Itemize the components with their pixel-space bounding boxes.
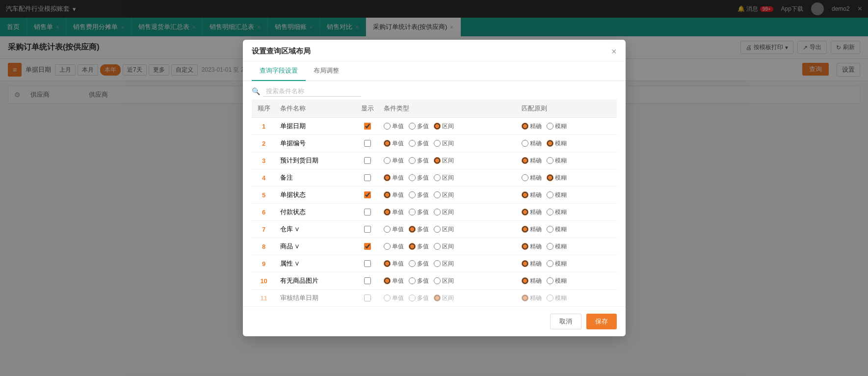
row-display <box>355 272 380 290</box>
cond-type-option[interactable]: 多值 <box>409 122 429 131</box>
cond-type-option[interactable]: 单值 <box>384 225 404 234</box>
cond-type-option[interactable]: 区间 <box>434 157 454 165</box>
cond-type-option[interactable]: 区间 <box>434 122 454 131</box>
cond-type-option[interactable]: 多值 <box>409 174 429 182</box>
match-rule-option[interactable]: 模糊 <box>547 294 567 302</box>
dialog: 设置查询区域布局 × 查询字段设置 布局调整 🔍 顺序 条件名称 <box>243 40 626 336</box>
cond-type-option[interactable]: 多值 <box>409 191 429 199</box>
row-display <box>355 221 380 238</box>
dialog-tab-query[interactable]: 查询字段设置 <box>252 61 306 81</box>
search-icon: 🔍 <box>252 87 260 95</box>
dialog-tab-query-label: 查询字段设置 <box>260 67 298 74</box>
cond-type-option[interactable]: 区间 <box>434 242 454 251</box>
match-rule-option[interactable]: 模糊 <box>547 157 567 165</box>
dialog-header: 设置查询区域布局 × <box>243 40 626 61</box>
row-cond-type: 单值多值区间 <box>380 169 518 187</box>
match-rule-option[interactable]: 精确 <box>522 294 542 302</box>
row-display <box>355 152 380 169</box>
dialog-close-button[interactable]: × <box>611 47 617 56</box>
save-button[interactable]: 保存 <box>586 314 617 329</box>
th-match-rule: 匹配原则 <box>518 100 616 118</box>
cond-type-option[interactable]: 区间 <box>434 277 454 285</box>
row-match-rule: 精确模糊 <box>518 204 616 221</box>
match-rule-option[interactable]: 精确 <box>522 157 542 165</box>
row-order: 6 <box>252 204 276 221</box>
row-cond-type: 单值多值区间 <box>380 255 518 272</box>
cond-type-option[interactable]: 多值 <box>409 157 429 165</box>
cond-type-option[interactable]: 区间 <box>434 174 454 182</box>
cond-type-option[interactable]: 多值 <box>409 139 429 148</box>
match-rule-option[interactable]: 模糊 <box>547 242 567 251</box>
row-match-rule: 精确模糊 <box>518 118 616 135</box>
match-rule-option[interactable]: 精确 <box>522 191 542 199</box>
display-checkbox[interactable] <box>364 140 371 147</box>
row-order: 7 <box>252 221 276 238</box>
display-checkbox[interactable] <box>364 295 371 301</box>
row-display <box>355 169 380 187</box>
cancel-button[interactable]: 取消 <box>550 314 581 329</box>
match-rule-option[interactable]: 精确 <box>522 260 542 268</box>
cond-type-option[interactable]: 区间 <box>434 294 454 302</box>
match-rule-option[interactable]: 模糊 <box>547 191 567 199</box>
cond-type-option[interactable]: 单值 <box>384 139 404 148</box>
cond-type-option[interactable]: 多值 <box>409 260 429 268</box>
cond-type-option[interactable]: 单值 <box>384 242 404 251</box>
display-checkbox[interactable] <box>364 209 371 215</box>
match-rule-option[interactable]: 模糊 <box>547 260 567 268</box>
cond-type-option[interactable]: 区间 <box>434 191 454 199</box>
row-cond-type: 单值多值区间 <box>380 135 518 152</box>
th-order: 顺序 <box>252 100 276 118</box>
display-checkbox[interactable] <box>364 123 371 130</box>
row-cond-type: 单值多值区间 <box>380 152 518 169</box>
display-checkbox[interactable] <box>364 277 371 284</box>
row-cond-type: 单值多值区间 <box>380 290 518 307</box>
display-checkbox[interactable] <box>364 191 371 198</box>
match-rule-option[interactable]: 精确 <box>522 174 542 182</box>
row-display <box>355 238 380 255</box>
display-checkbox[interactable] <box>364 260 371 267</box>
cond-type-option[interactable]: 单值 <box>384 191 404 199</box>
cond-type-option[interactable]: 单值 <box>384 122 404 131</box>
match-rule-option[interactable]: 模糊 <box>547 139 567 148</box>
cond-type-option[interactable]: 多值 <box>409 294 429 302</box>
cond-type-option[interactable]: 单值 <box>384 174 404 182</box>
cond-type-option[interactable]: 单值 <box>384 157 404 165</box>
cond-type-option[interactable]: 多值 <box>409 277 429 285</box>
row-name: 付款状态 <box>276 204 355 221</box>
display-checkbox[interactable] <box>364 174 371 181</box>
cond-type-option[interactable]: 区间 <box>434 225 454 234</box>
cond-type-option[interactable]: 多值 <box>409 242 429 251</box>
match-rule-option[interactable]: 模糊 <box>547 174 567 182</box>
match-rule-option[interactable]: 模糊 <box>547 122 567 131</box>
match-rule-option[interactable]: 精确 <box>522 208 542 216</box>
display-checkbox[interactable] <box>364 157 371 164</box>
cond-type-option[interactable]: 单值 <box>384 294 404 302</box>
cond-type-option[interactable]: 单值 <box>384 260 404 268</box>
cond-type-option[interactable]: 区间 <box>434 208 454 216</box>
match-rule-option[interactable]: 精确 <box>522 225 542 234</box>
dialog-tab-layout[interactable]: 布局调整 <box>306 61 347 81</box>
match-rule-option[interactable]: 精确 <box>522 242 542 251</box>
th-display: 显示 <box>355 100 380 118</box>
th-cond-type: 条件类型 <box>380 100 518 118</box>
cond-type-option[interactable]: 单值 <box>384 208 404 216</box>
cond-type-option[interactable]: 多值 <box>409 225 429 234</box>
cond-type-option[interactable]: 区间 <box>434 139 454 148</box>
cond-type-option[interactable]: 区间 <box>434 260 454 268</box>
table-row: 6付款状态单值多值区间精确模糊 <box>252 204 617 221</box>
match-rule-option[interactable]: 模糊 <box>547 208 567 216</box>
search-input[interactable] <box>263 86 361 97</box>
display-checkbox[interactable] <box>364 226 371 233</box>
row-match-rule: 精确模糊 <box>518 238 616 255</box>
match-rule-option[interactable]: 精确 <box>522 139 542 148</box>
match-rule-option[interactable]: 精确 <box>522 277 542 285</box>
match-rule-option[interactable]: 模糊 <box>547 277 567 285</box>
cond-type-option[interactable]: 单值 <box>384 277 404 285</box>
row-order: 4 <box>252 169 276 187</box>
display-checkbox[interactable] <box>364 243 371 250</box>
table-header: 顺序 条件名称 显示 条件类型 匹配原则 <box>252 100 617 118</box>
row-match-rule: 精确模糊 <box>518 221 616 238</box>
cond-type-option[interactable]: 多值 <box>409 208 429 216</box>
match-rule-option[interactable]: 模糊 <box>547 225 567 234</box>
match-rule-option[interactable]: 精确 <box>522 122 542 131</box>
